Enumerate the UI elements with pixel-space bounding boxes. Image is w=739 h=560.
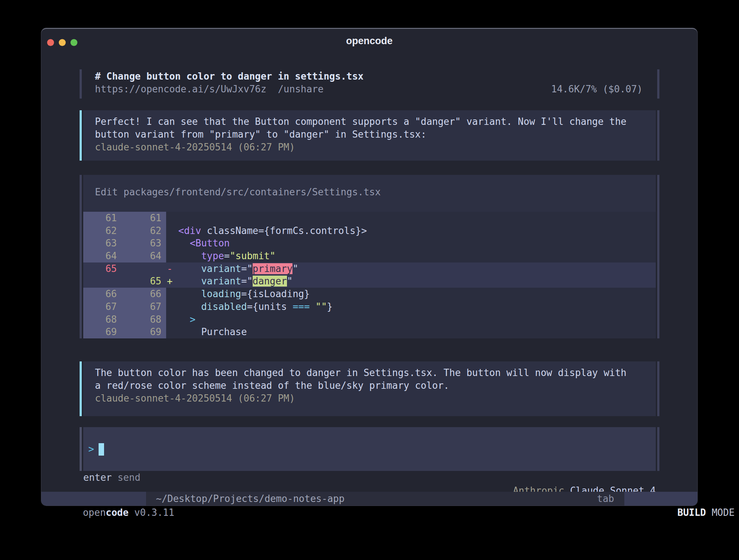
message-right-border [657, 361, 659, 416]
tab-hint[interactable]: tab [597, 493, 614, 504]
app-version-chip: opencode v0.3.11 [41, 492, 146, 506]
new-line-number: 69 [120, 326, 166, 338]
token-usage: 14.6K/7% ($0.07) [551, 83, 656, 96]
header-right-border [657, 69, 659, 99]
message-right-border [657, 110, 659, 161]
new-line-number: 62 [120, 225, 166, 237]
old-line-number: 66 [83, 288, 120, 300]
old-line-number: 61 [83, 212, 120, 225]
new-line-number: 66 [120, 288, 166, 300]
old-line-number: 62 [83, 225, 120, 237]
assistant-message: The button color has been changed to dan… [80, 361, 659, 416]
new-line-number: 68 [120, 313, 166, 326]
diff-row: 65+ variant="danger" [83, 275, 656, 288]
new-line-number [120, 262, 166, 275]
assistant-message: Perfect! I can see that the Button compo… [80, 110, 659, 161]
session-view: # Change button color to danger in setti… [80, 29, 659, 484]
old-line-number: 63 [83, 237, 120, 250]
mode-label: MODE [712, 507, 735, 518]
old-line-number: 69 [83, 326, 120, 338]
old-line-number: 68 [83, 313, 120, 326]
diff-row: 6767 disabled={units === ""} [83, 300, 656, 313]
code-line: <div className={formCs.controls}> [166, 225, 656, 237]
prompt-symbol: > [88, 443, 94, 456]
code-line: > [166, 313, 656, 326]
prompt-input[interactable]: > [80, 427, 659, 471]
unshare-command[interactable]: /unshare [278, 83, 323, 96]
edit-tool-card: Edit packages/frontend/src/containers/Se… [80, 175, 659, 338]
input-left-border [80, 427, 82, 471]
status-bar: opencode v0.3.11 ~/Desktop/Projects/demo… [41, 492, 697, 506]
diff-row: 6666 loading={isLoading} [83, 288, 656, 300]
diff-row: 6363 <Button [83, 237, 656, 250]
edit-left-border [80, 175, 82, 338]
new-line-number: 61 [120, 212, 166, 225]
new-line-number: 65 [120, 275, 166, 288]
message-meta: claude-sonnet-4-20250514 (06:27 PM) [95, 392, 656, 405]
diff-row: 6868 > [83, 313, 656, 326]
app-window: opencode # Change button color to danger… [41, 28, 697, 506]
edit-file-title: Edit packages/frontend/src/containers/Se… [95, 186, 381, 199]
diff-row: 6262 <div className={formCs.controls}> [83, 225, 656, 237]
message-line: Perfect! I can see that the Button compo… [95, 115, 656, 128]
old-line-number [83, 275, 120, 288]
app-version: v0.3.11 [134, 507, 175, 518]
old-line-number: 67 [83, 300, 120, 313]
mode-chip[interactable]: BUILD MODE [624, 492, 697, 506]
message-meta: claude-sonnet-4-20250514 (06:27 PM) [95, 141, 656, 154]
input-right-border [657, 427, 659, 471]
old-line-number: 65 [83, 262, 120, 275]
message-line: a red/rose color scheme instead of the b… [95, 379, 656, 392]
new-line-number: 67 [120, 300, 166, 313]
diff-row: 65- variant="primary" [83, 262, 656, 275]
code-line: loading={isLoading} [166, 288, 656, 300]
app-name-open: open [83, 507, 106, 518]
diff-row: 6161 [83, 212, 656, 225]
code-line [166, 212, 656, 225]
message-line: The button color has been changed to dan… [95, 367, 656, 379]
code-line: disabled={units === ""} [166, 300, 656, 313]
diff-view: 61616262 <div className={formCs.controls… [83, 212, 656, 338]
share-url[interactable]: https://opencode.ai/s/UwJxv76z [95, 83, 267, 96]
code-line: - variant="primary" [166, 262, 656, 275]
code-line: <Button [166, 237, 656, 250]
diff-row: 6969 Purchase [83, 326, 656, 338]
session-header: # Change button color to danger in setti… [80, 69, 659, 99]
hint-enter: enter [83, 471, 112, 484]
header-left-border [80, 69, 82, 99]
message-text: The button color has been changed to dan… [95, 367, 656, 392]
edit-right-border [657, 175, 659, 338]
old-line-number: 64 [83, 250, 120, 262]
message-accent-border [80, 110, 82, 161]
mode-build: BUILD [677, 507, 706, 518]
diff-row: 6464 type="submit" [83, 250, 656, 262]
code-line: + variant="danger" [166, 275, 656, 288]
hint-send: send [118, 471, 141, 484]
hints-row: enter send Anthropic Claude Sonnet 4 [80, 471, 659, 484]
text-cursor [99, 443, 104, 456]
message-accent-border [80, 361, 82, 416]
new-line-number: 63 [120, 237, 166, 250]
working-directory: ~/Desktop/Projects/demo-notes-app [156, 493, 345, 504]
new-line-number: 64 [120, 250, 166, 262]
code-line: Purchase [166, 326, 656, 338]
app-name-code: code [106, 507, 129, 518]
code-line: type="submit" [166, 250, 656, 262]
message-line: button variant from "primary" to "danger… [95, 128, 656, 141]
message-text: Perfect! I can see that the Button compo… [95, 115, 656, 141]
session-title: # Change button color to danger in setti… [95, 70, 656, 83]
